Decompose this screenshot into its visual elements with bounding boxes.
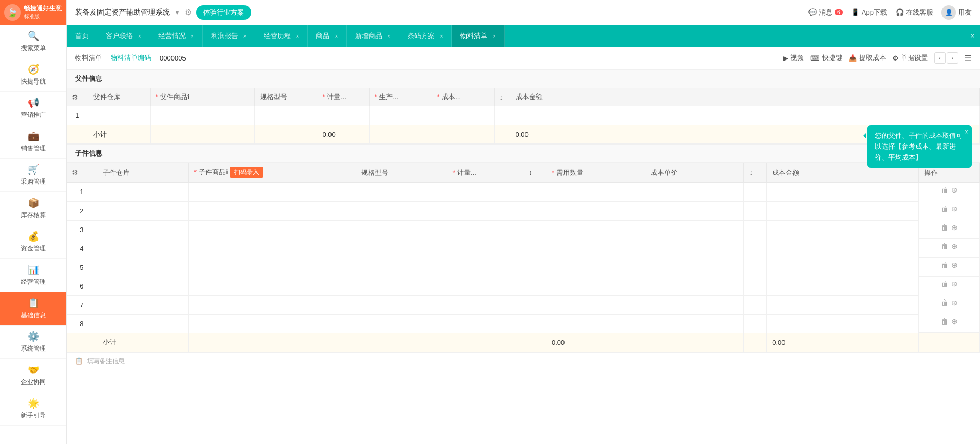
copy-icon[interactable]: ⊕ [951, 242, 958, 254]
tab-history[interactable]: 经营历程 × [255, 25, 308, 47]
sidebar-item-purchase[interactable]: 🛒 采购管理 [0, 159, 66, 192]
copy-icon[interactable]: ⊕ [951, 261, 958, 273]
gear-button[interactable]: ⚙ [185, 7, 192, 17]
tab-products-close[interactable]: × [335, 33, 338, 39]
scan-button[interactable]: 扫码录入 [230, 167, 263, 178]
child-row-4-product[interactable] [189, 239, 356, 258]
child-row-6-warehouse[interactable] [97, 277, 188, 295]
child-row-2-warehouse[interactable] [97, 201, 188, 220]
child-row-8-warehouse[interactable] [97, 314, 188, 333]
parent-row-1-production[interactable] [369, 106, 432, 125]
child-row-4-qty[interactable] [546, 239, 645, 258]
parent-row-1-spec[interactable] [254, 106, 317, 125]
sidebar-item-collab[interactable]: 🤝 企业协同 [0, 359, 66, 392]
copy-icon[interactable]: ⊕ [951, 186, 958, 198]
tab-profit[interactable]: 利润报告 × [203, 25, 255, 47]
child-row-7-unit[interactable] [447, 295, 523, 314]
child-row-6-unit-cost[interactable] [645, 277, 744, 295]
copy-icon[interactable]: ⊕ [951, 298, 958, 310]
sidebar-item-system[interactable]: ⚙️ 系统管理 [0, 326, 66, 359]
child-row-2-unit[interactable] [447, 201, 523, 220]
child-row-1-product[interactable] [189, 183, 356, 202]
copy-icon[interactable]: ⊕ [951, 205, 958, 217]
child-row-3-unit[interactable] [447, 220, 523, 239]
copy-icon[interactable]: ⊕ [951, 280, 958, 292]
child-row-2-unit-cost[interactable] [645, 201, 744, 220]
shortcut-action[interactable]: ⌨ 快捷键 [810, 53, 842, 63]
child-row-4-amount[interactable] [767, 239, 919, 258]
tooltip-close[interactable]: × [965, 127, 969, 137]
child-row-4-unit[interactable] [447, 239, 523, 258]
tab-bom-close[interactable]: × [493, 33, 496, 39]
message-action[interactable]: 💬 消息 6 [808, 8, 843, 17]
sidebar-item-sales[interactable]: 💼 销售管理 [0, 125, 66, 159]
child-row-5-product[interactable] [189, 258, 356, 277]
delete-icon[interactable]: 🗑 [941, 261, 948, 273]
child-row-2-spec[interactable] [356, 201, 447, 220]
parent-row-1-cost[interactable] [432, 106, 494, 125]
child-row-1-unit[interactable] [447, 183, 523, 202]
delete-icon[interactable]: 🗑 [941, 242, 948, 254]
tab-new-products[interactable]: 新增商品 × [347, 25, 399, 47]
copy-icon[interactable]: ⊕ [951, 223, 958, 235]
child-row-5-qty[interactable] [546, 258, 645, 277]
child-row-5-unit-cost[interactable] [645, 258, 744, 277]
cost-action[interactable]: 📥 提取成本 [849, 53, 886, 63]
delete-icon[interactable]: 🗑 [941, 317, 948, 329]
child-row-8-unit-cost[interactable] [645, 314, 744, 333]
child-row-2-product[interactable] [189, 201, 356, 220]
child-row-2-amount[interactable] [767, 201, 919, 220]
child-col-settings[interactable]: ⚙ [67, 163, 97, 183]
child-row-6-spec[interactable] [356, 277, 447, 295]
delete-icon[interactable]: 🗑 [941, 186, 948, 198]
child-row-2-qty[interactable] [546, 201, 645, 220]
child-row-3-unit-cost[interactable] [645, 220, 744, 239]
child-row-3-warehouse[interactable] [97, 220, 188, 239]
child-row-1-qty[interactable] [546, 183, 645, 202]
parent-row-1-unit[interactable] [317, 106, 369, 125]
tab-barcode-close[interactable]: × [440, 33, 443, 39]
child-row-3-spec[interactable] [356, 220, 447, 239]
child-row-7-spec[interactable] [356, 295, 447, 314]
child-row-4-spec[interactable] [356, 239, 447, 258]
tab-new-products-close[interactable]: × [387, 33, 390, 39]
child-row-8-amount[interactable] [767, 314, 919, 333]
child-row-8-product[interactable] [189, 314, 356, 333]
menu-icon[interactable]: ☰ [964, 53, 972, 63]
child-row-6-unit[interactable] [447, 277, 523, 295]
child-row-1-spec[interactable] [356, 183, 447, 202]
experience-button[interactable]: 体验行业方案 [196, 5, 251, 20]
tab-home[interactable]: 首页 [67, 25, 97, 47]
user-action[interactable]: 👤 用友 [941, 5, 972, 20]
sidebar-item-basics[interactable]: 📋 基础信息 [0, 292, 66, 326]
nav-next[interactable]: › [947, 52, 958, 64]
sidebar-item-guide[interactable]: 🌟 新手引导 [0, 392, 66, 426]
child-row-4-unit-cost[interactable] [645, 239, 744, 258]
child-row-4-warehouse[interactable] [97, 239, 188, 258]
nav-prev[interactable]: ‹ [934, 52, 946, 64]
child-row-7-product[interactable] [189, 295, 356, 314]
sidebar-item-inventory[interactable]: 📦 库存核算 [0, 192, 66, 225]
delete-icon[interactable]: 🗑 [941, 205, 948, 217]
child-row-1-amount[interactable] [767, 183, 919, 202]
child-row-6-qty[interactable] [546, 277, 645, 295]
copy-icon[interactable]: ⊕ [951, 317, 958, 329]
delete-icon[interactable]: 🗑 [941, 223, 948, 235]
parent-row-1-product[interactable] [150, 106, 254, 125]
tab-customers[interactable]: 客户联络 × [97, 25, 150, 47]
child-row-3-amount[interactable] [767, 220, 919, 239]
child-row-8-qty[interactable] [546, 314, 645, 333]
video-action[interactable]: ▶ 视频 [783, 53, 804, 63]
tab-products[interactable]: 商品 × [308, 25, 347, 47]
child-row-5-warehouse[interactable] [97, 258, 188, 277]
delete-icon[interactable]: 🗑 [941, 298, 948, 310]
support-action[interactable]: 🎧 在线客服 [896, 8, 933, 17]
delete-icon[interactable]: 🗑 [941, 280, 948, 292]
child-row-5-spec[interactable] [356, 258, 447, 277]
child-row-7-qty[interactable] [546, 295, 645, 314]
sidebar-item-finance[interactable]: 💰 资金管理 [0, 225, 66, 259]
sidebar-item-marketing[interactable]: 📢 营销推广 [0, 92, 66, 125]
child-row-7-amount[interactable] [767, 295, 919, 314]
close-main-icon[interactable]: × [965, 31, 980, 41]
child-row-8-spec[interactable] [356, 314, 447, 333]
